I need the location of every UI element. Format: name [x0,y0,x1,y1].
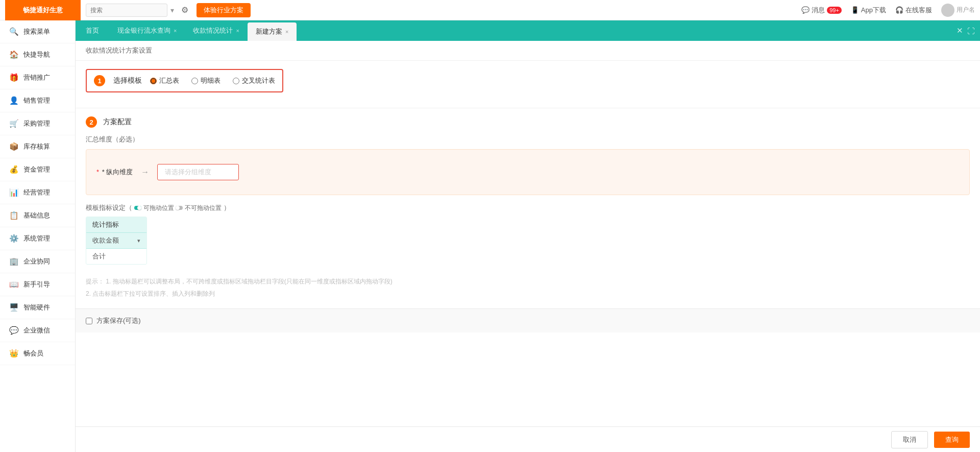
download-item[interactable]: 📱 App下载 [851,6,886,15]
sidebar-item-hardware[interactable]: 🖥️ 智能硬件 [0,296,75,319]
tab-receipt[interactable]: 收款情况统计 × [185,20,247,41]
movable-dot-off [176,206,183,210]
tab-newplan[interactable]: 新建方案 × [248,22,297,41]
stat-header-label: 统计指标 [92,220,119,229]
cancel-button[interactable]: 取消 [891,431,928,448]
step1-row: 1 选择模板 汇总表 明细表 [86,69,970,92]
page-content: 收款情况统计方案设置 1 选择模板 汇总表 [76,41,980,426]
query-button[interactable]: 查询 [934,432,970,448]
sidebar-label-wechat: 企业微信 [23,326,50,335]
chat-label: 在线客服 [905,6,932,15]
search-icon: 🔍 [9,27,18,36]
trial-button[interactable]: 体验行业方案 [197,3,251,17]
clipboard-icon: 📋 [9,211,18,220]
sidebar-item-nav[interactable]: 🏠 快捷导航 [0,43,75,66]
settings-icon: ⚙️ [9,234,18,243]
download-label: App下载 [861,6,886,15]
sidebar-item-inventory[interactable]: 📦 库存核算 [0,135,75,158]
message-label: 消息 [812,6,825,15]
chart-icon: 📊 [9,188,18,197]
tab-newplan-close[interactable]: × [285,29,288,35]
radio-detail[interactable]: 明细表 [191,76,220,85]
unmovable-label: 不可拖动位置 [185,204,222,212]
sidebar-item-system[interactable]: ⚙️ 系统管理 [0,227,75,250]
gear-icon[interactable]: ⚙ [181,5,188,15]
money-icon: 💰 [9,165,18,174]
search-input[interactable] [86,4,167,17]
sidebar-label-finance: 资金管理 [23,165,50,174]
stats-table: 统计指标 收款金额 ▾ 合计 [86,217,147,265]
page-inner: 收款情况统计方案设置 1 选择模板 汇总表 [76,41,980,426]
user-area[interactable]: 用户名 [941,4,975,17]
tab-cashflow-close[interactable]: × [174,28,177,34]
step2-section: 2 方案配置 汇总维度（必选） * * 纵向维度 → 请选择分组维度 [76,108,980,308]
sidebar-label-search: 搜索菜单 [23,27,50,36]
sidebar-label-basic: 基础信息 [23,211,50,220]
radio-group-template: 汇总表 明细表 交叉统计表 [150,76,275,85]
sidebar-label-member: 畅会员 [23,349,43,358]
step1-section: 1 选择模板 汇总表 明细表 [76,61,980,108]
indicator-section: 模板指标设定（ 可拖动位置 不可拖动位置 ） [86,203,970,266]
radio-summary[interactable]: 汇总表 [150,76,179,85]
message-icon: 💬 [801,6,810,14]
book-icon: 📖 [9,280,18,289]
tab-home[interactable]: 首页 [76,26,109,35]
total-label: 合计 [92,252,106,260]
radio-summary-input[interactable] [150,78,157,84]
col-label: 收款金额 [92,236,119,245]
sidebar-label-guide: 新手引导 [23,280,50,289]
sidebar-item-enterprise[interactable]: 🏢 企业协同 [0,250,75,273]
sidebar-item-purchase[interactable]: 🛒 采购管理 [0,112,75,135]
main-layout: 🔍 搜索菜单 🏠 快捷导航 🎁 营销推广 👤 销售管理 🛒 采购管理 📦 库存核… [0,20,980,452]
person-icon: 👤 [9,96,18,105]
tab-receipt-close[interactable]: × [236,28,239,34]
tab-home-label: 首页 [86,27,99,34]
sidebar-item-wechat[interactable]: 💬 企业微信 [0,319,75,342]
message-item[interactable]: 💬 消息 99+ [801,6,842,15]
tip-title: 提示： 1. 拖动标题栏可以调整布局，不可跨维度或指标区域拖动栏目字段(只能在同… [86,276,970,288]
maximize-icon[interactable]: ⛶ [967,27,975,35]
radio-detail-label: 明细表 [201,76,220,85]
wechat-icon: 💬 [9,326,18,335]
breadcrumb: 收款情况统计方案设置 [76,41,980,61]
movable-dot-on [134,206,141,210]
sidebar-item-basic[interactable]: 📋 基础信息 [0,204,75,227]
logo-area: 畅捷通好生意 [5,0,81,20]
sidebar-label-system: 系统管理 [23,234,50,243]
sidebar-label-enterprise: 企业协同 [23,257,50,266]
dropdown-arrow-icon[interactable]: ▾ [170,6,174,14]
stats-total-row: 合计 [86,249,146,264]
radio-cross-input[interactable] [233,78,239,84]
sidebar-label-marketing: 营销推广 [23,73,50,82]
vertical-dim-text: * 纵向维度 [102,168,133,176]
dim-select-box[interactable]: 请选择分组维度 [157,164,239,180]
tab-cashflow[interactable]: 现金银行流水查询 × [109,20,185,41]
chat-icon: 🎧 [895,6,903,14]
save-checkbox[interactable] [86,318,92,324]
sidebar-item-member[interactable]: 👑 畅会员 [0,342,75,365]
tab-cashflow-label: 现金银行流水查询 [117,26,170,35]
sidebar-item-finance[interactable]: 💰 资金管理 [0,158,75,181]
sidebar-item-marketing[interactable]: 🎁 营销推广 [0,66,75,89]
tip-item-2: 2. 点击标题栏下拉可设置排序、插入列和删除列 [86,289,970,300]
sidebar-item-guide[interactable]: 📖 新手引导 [0,273,75,296]
tab-bar: 首页 现金银行流水查询 × 收款情况统计 × 新建方案 × ✕ ⛶ [76,20,980,41]
tab-newplan-label: 新建方案 [256,27,282,36]
chat-item[interactable]: 🎧 在线客服 [895,6,932,15]
monitor-icon: 🖥️ [9,303,18,312]
arrow-icon: → [141,168,149,177]
sidebar-label-inventory: 库存核算 [23,142,50,151]
sidebar-item-search[interactable]: 🔍 搜索菜单 [0,20,75,43]
step1-label: 选择模板 [113,76,142,85]
sidebar-item-sales[interactable]: 👤 销售管理 [0,89,75,112]
bottom-bar: 取消 查询 [76,426,980,452]
sidebar-label-nav: 快捷导航 [23,50,50,59]
col-dropdown-icon[interactable]: ▾ [137,237,140,244]
crown-icon: 👑 [9,349,18,358]
radio-cross[interactable]: 交叉统计表 [233,76,275,85]
download-icon: 📱 [851,6,859,14]
close-window-icon[interactable]: ✕ [957,26,963,35]
indicator-header: 模板指标设定（ 可拖动位置 不可拖动位置 ） [86,203,970,212]
radio-detail-input[interactable] [191,78,198,84]
sidebar-item-operation[interactable]: 📊 经营管理 [0,181,75,204]
